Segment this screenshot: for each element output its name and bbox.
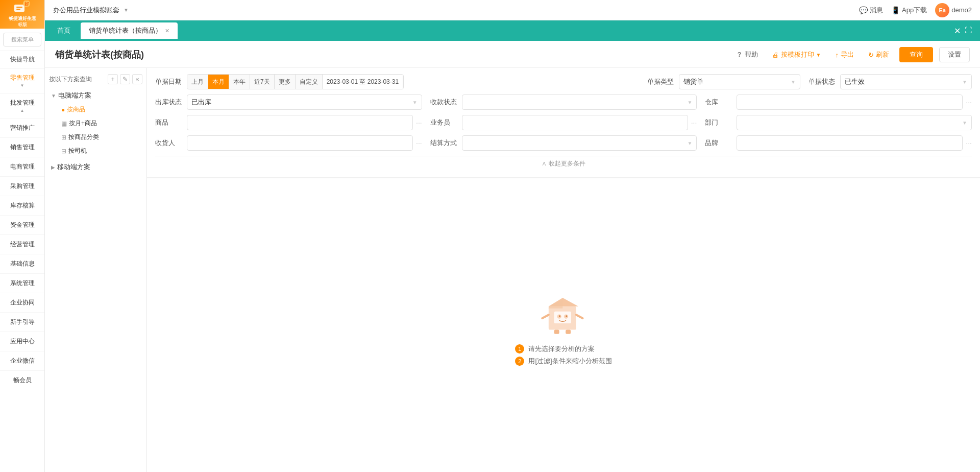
collapse-panel-icon[interactable]: « <box>132 74 142 84</box>
filter-brand: 品牌 ··· <box>705 135 972 151</box>
print-button[interactable]: 🖨 按模板打印 ▼ <box>768 48 825 61</box>
sidebar-item-label: 销售管理 <box>10 143 35 152</box>
topbar-left: 办公用品行业模拟账套 ▼ <box>53 6 129 15</box>
warehouse-status-select[interactable]: 已出库 ▼ <box>187 95 422 110</box>
page-header: 销货单统计表(按商品) ？ 帮助 🖨 按模板打印 ▼ ↑ 导出 ↻ 刷新 <box>45 41 980 68</box>
salesperson-input[interactable] <box>462 115 688 130</box>
messages-button[interactable]: 💬 消息 <box>859 6 883 15</box>
sidebar-item-marketing[interactable]: 营销推广 <box>0 119 44 138</box>
sidebar-item-member[interactable]: 畅会员 <box>0 371 44 390</box>
tree-node-by-driver[interactable]: ⊟ 按司机 <box>59 144 142 158</box>
date-btn-custom[interactable]: 自定义 <box>296 75 323 89</box>
edit-scheme-icon[interactable]: ✎ <box>120 74 130 84</box>
filter-warehouse: 仓库 ··· <box>705 95 972 110</box>
sidebar-item-label: 应用中心 <box>10 337 35 346</box>
app-download-button[interactable]: 📱 App下载 <box>891 6 927 15</box>
tab-close-icon[interactable]: ✕ <box>165 28 169 34</box>
sidebar-item-wechat[interactable]: 企业微信 <box>0 351 44 371</box>
sidebar-item-basic[interactable]: 基础信息 <box>0 254 44 274</box>
refresh-button[interactable]: ↻ 刷新 <box>864 48 893 61</box>
date-btn-last-month[interactable]: 上月 <box>187 75 208 89</box>
svg-rect-15 <box>554 329 559 334</box>
empty-illustration <box>538 285 589 336</box>
add-scheme-icon[interactable]: + <box>108 74 118 84</box>
sidebar-item-label: 资金管理 <box>10 221 35 229</box>
export-button[interactable]: ↑ 导出 <box>831 48 859 61</box>
left-panel-title: 按以下方案查询 <box>49 75 92 84</box>
help-icon: ？ <box>736 50 743 59</box>
settlement-select[interactable]: ▼ <box>462 135 697 151</box>
collection-status-select[interactable]: ▼ <box>462 95 697 110</box>
date-btn-7days[interactable]: 近7天 <box>250 75 275 89</box>
brand-input[interactable] <box>737 135 963 151</box>
query-button[interactable]: 查询 <box>899 47 933 62</box>
brand-dots-icon[interactable]: ··· <box>966 139 972 147</box>
tree-node-mobile[interactable]: ▶ 移动端方案 <box>49 160 142 174</box>
tab-close-window-icon[interactable]: ✕ <box>954 26 961 36</box>
date-btn-more[interactable]: 更多 <box>275 75 296 89</box>
sidebar-item-label: 营销推广 <box>10 124 35 132</box>
receiver-input[interactable] <box>187 135 413 151</box>
refresh-label: 刷新 <box>876 50 889 59</box>
sidebar-item-label: 经营管理 <box>10 240 35 249</box>
date-btn-this-month[interactable]: 本月 <box>208 75 229 89</box>
sidebar-item-enterprise[interactable]: 企业协同 <box>0 293 44 313</box>
department-select[interactable]: ▼ <box>737 115 972 130</box>
collapse-filter-button[interactable]: ∧ 收起更多条件 <box>155 156 972 171</box>
sidebar-item-newbie[interactable]: 新手引导 <box>0 313 44 332</box>
empty-state: 1 请先选择要分析的方案 2 用[过滤]条件来缩小分析范围 <box>147 178 980 472</box>
tree-node-by-category[interactable]: ⊞ 按商品分类 <box>59 130 142 144</box>
sidebar-item-retail[interactable]: 零售管理 ▼ <box>0 68 44 93</box>
filter-doc-status: 单据状态 已生效 ▼ <box>808 74 972 89</box>
sidebar-item-ecommerce[interactable]: 电商管理 <box>0 157 44 177</box>
filter-warehouse-status: 出库状态 已出库 ▼ <box>155 95 422 110</box>
sidebar-item-finance[interactable]: 资金管理 <box>0 216 44 235</box>
goods-input[interactable] <box>187 115 413 130</box>
receiver-dots-icon[interactable]: ··· <box>416 139 422 147</box>
salesperson-dots-icon[interactable]: ··· <box>691 119 697 127</box>
settings-button[interactable]: 设置 <box>939 47 970 62</box>
svg-rect-1 <box>16 7 22 8</box>
workspace-dropdown-icon[interactable]: ▼ <box>124 7 129 13</box>
tab-sales-stats[interactable]: 销货单统计表（按商品） ✕ <box>81 22 178 39</box>
svg-rect-16 <box>566 329 571 334</box>
warehouse-input[interactable] <box>737 95 963 110</box>
empty-tips: 1 请先选择要分析的方案 2 用[过滤]条件来缩小分析范围 <box>515 344 611 366</box>
tree-node-pc[interactable]: ▼ 电脑端方案 <box>49 88 142 103</box>
tip-text-1: 请先选择要分析的方案 <box>528 344 595 353</box>
sidebar-item-purchase[interactable]: 采购管理 <box>0 177 44 196</box>
doc-status-select[interactable]: 已生效 ▼ <box>840 74 972 89</box>
messages-label: 消息 <box>870 6 883 15</box>
sidebar-item-inventory[interactable]: 库存核算 <box>0 196 44 216</box>
date-btn-this-year[interactable]: 本年 <box>229 75 250 89</box>
topbar-right: 💬 消息 📱 App下载 Ea demo2 <box>859 3 972 17</box>
tree-collapsed-icon: ▶ <box>51 164 55 170</box>
collection-status-label: 收款状态 <box>430 98 459 107</box>
sidebar-item-wholesale[interactable]: 批发管理 ▲ <box>0 93 44 119</box>
tab-maximize-icon[interactable]: ⛶ <box>965 26 972 36</box>
sidebar-item-label: 采购管理 <box>10 182 35 191</box>
tree-node-by-category-label: 按商品分类 <box>68 133 99 141</box>
sidebar-item-operations[interactable]: 经营管理 <box>0 235 44 254</box>
tree-node-by-driver-label: 按司机 <box>68 147 87 155</box>
svg-line-14 <box>576 315 583 318</box>
sidebar-item-appstore[interactable]: 应用中心 <box>0 332 44 351</box>
doc-type-select[interactable]: 销货单 ▼ <box>679 74 800 89</box>
goods-dots-icon[interactable]: ··· <box>416 119 422 127</box>
chevron-down-icon: ▼ <box>791 79 796 85</box>
search-menu-button[interactable]: 搜索菜单 <box>3 33 41 46</box>
tree-node-by-goods[interactable]: ● 按商品 <box>59 103 142 116</box>
tree-node-by-month-goods[interactable]: ▦ 按月+商品 <box>59 116 142 130</box>
shortcut-nav-button[interactable]: 快捷导航 <box>0 51 44 68</box>
help-button[interactable]: ？ 帮助 <box>732 48 762 61</box>
sidebar-item-system[interactable]: 系统管理 <box>0 274 44 293</box>
warehouse-dots-icon[interactable]: ··· <box>966 98 972 106</box>
settlement-label: 结算方式 <box>430 138 459 148</box>
tab-home[interactable]: 首页 <box>49 22 79 39</box>
export-label: 导出 <box>841 50 854 59</box>
user-menu[interactable]: Ea demo2 <box>935 3 972 17</box>
chevron-down-icon-6: ▼ <box>687 140 692 146</box>
sidebar-item-sales[interactable]: 销售管理 <box>0 138 44 157</box>
filter-goods: 商品 ··· <box>155 115 422 130</box>
warehouse-status-label: 出库状态 <box>155 98 184 107</box>
